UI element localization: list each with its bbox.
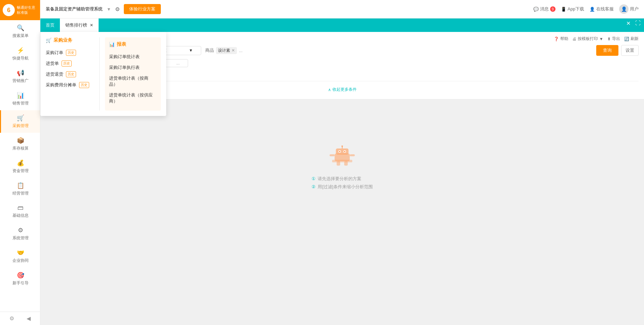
user-avatar[interactable]: 👤 用户 [619,4,639,14]
sidebar-item-inventory[interactable]: 📦 库存核算 [0,133,40,155]
marketing-icon: 📢 [17,69,24,77]
dropdown-menu: 🛒 采购业务 采购订单 历史 进货单 历史 进货退货 历史 采购费用分摊单 历史… [40,32,166,116]
header-right: 💬 消息 9 📱 App下载 👤 在线客服 👤 用户 [533,4,639,14]
goods-tag-close[interactable]: ✕ [231,48,235,53]
logo-text: 畅通好生意 标准版 [17,5,35,15]
salesperson-more[interactable]: ... [176,61,180,66]
refresh-button[interactable]: 🔄 刷新 [624,36,639,42]
collapse-button[interactable]: ∧ 收起更多条件 [328,87,357,92]
report-menu-title: 📊 报表 [109,41,157,47]
menu-item-return[interactable]: 进货退货 历史 [46,69,94,80]
purchase-menu-title: 🛒 采购业务 [46,37,94,43]
sidebar-bottom: ⚙ ◀ [0,312,40,325]
basic-info-icon: 🗃 [17,204,24,211]
tab-close-icon[interactable]: ✕ [90,23,93,28]
sidebar-settings-button[interactable]: ⚙ [9,315,14,322]
tab-sales-ranking[interactable]: 销售排行榜 ✕ [60,18,99,32]
svg-point-6 [344,151,346,152]
select-dropdown-icon: ▼ [189,48,193,53]
placeholder-image [327,144,357,172]
sidebar-item-guide[interactable]: 🎯 新手引导 [0,268,40,290]
search-icon: 🔍 [17,24,24,32]
history-badge-0: 历史 [66,50,76,56]
refresh-icon: 🔄 [624,37,629,41]
purchase-menu-icon: 🛒 [46,38,51,43]
history-badge-2: 历史 [66,71,76,77]
messages-button[interactable]: 💬 消息 9 [533,6,556,12]
header: 装备及固定资产辅助管理系统 ▼ ⚙ 体验行业方案 💬 消息 9 📱 App下载 … [40,0,644,18]
goods-filter: 商品 设计素 ✕ ... [205,47,243,54]
goods-more-button[interactable]: ... [239,48,243,53]
sidebar-item-quick-nav[interactable]: ⚡ 快捷导航 [0,43,40,65]
svg-rect-1 [335,153,350,161]
menu-item-purchase-order-exec[interactable]: 采购订单执行表 [109,62,157,73]
app-download-button[interactable]: 📱 App下载 [561,6,584,12]
tab-home[interactable]: 首页 [40,18,60,32]
query-button[interactable]: 查询 [596,45,618,56]
header-gear-icon[interactable]: ⚙ [115,6,120,12]
quick-nav-icon: ⚡ [17,47,24,54]
sidebar-collapse-button[interactable]: ◀ [27,315,31,322]
settings-button[interactable]: 设置 [621,45,639,56]
content-placeholder: ① 请先选择要分析的方案 ② 用[过滤]条件来缩小分析范围 [40,99,644,234]
collapse-icon: ∧ [328,87,331,92]
menu-item-expense[interactable]: 采购费用分摊单 历史 [46,80,94,90]
print-icon: 🖨 [572,37,576,41]
menu-item-inbound-stats-goods[interactable]: 进货单统计表（按商品） [109,73,157,90]
svg-point-5 [339,151,341,152]
svg-rect-10 [350,154,355,156]
menu-item-inbound[interactable]: 进货单 历史 [46,58,94,69]
message-badge: 9 [550,6,556,12]
inventory-icon: 📦 [17,137,24,144]
menu-item-purchase-order[interactable]: 采购订单 历史 [46,47,94,58]
finance-icon: 💰 [17,159,24,167]
report-menu-section: 📊 报表 采购订单统计表 采购订单执行表 进货单统计表（按商品） 进货单统计表（… [105,37,161,111]
tab-window-close-icon[interactable]: ✕ [626,20,631,27]
action-buttons: 查询 设置 [596,45,639,56]
print-template-button[interactable]: 🖨 按模板打印 ▼ [572,36,603,42]
system-icon: ⚙ [18,227,23,234]
tab-expand-icon[interactable]: ⛶ [635,20,641,26]
export-button[interactable]: ⬆ 导出 [607,36,620,42]
online-service-button[interactable]: 👤 在线客服 [589,6,614,12]
avatar-icon: 👤 [619,4,629,14]
svg-rect-9 [330,154,335,156]
sidebar-item-system[interactable]: ⚙ 系统管理 [0,222,40,245]
svg-rect-2 [336,148,349,154]
sidebar-item-purchase[interactable]: 🛒 采购管理 [0,110,40,133]
print-dropdown-icon: ▼ [599,37,603,41]
purchase-icon: 🛒 [17,114,24,122]
sidebar-item-basic-info[interactable]: 🗃 基础信息 [0,200,40,222]
industry-btn[interactable]: 体验行业方案 [124,4,161,14]
header-title: 装备及固定资产辅助管理系统 [46,6,103,12]
sales-icon: 📊 [17,92,24,99]
menu-item-purchase-order-stats[interactable]: 采购订单统计表 [109,51,157,62]
sidebar-item-enterprise[interactable]: 🤝 企业协同 [0,245,40,268]
help-icon: ❓ [554,37,559,41]
history-badge-3: 历史 [79,82,89,88]
goods-tag: 设计素 ✕ [216,47,237,54]
sidebar-item-sales[interactable]: 📊 销售管理 [0,88,40,110]
svg-rect-11 [337,161,341,166]
export-icon: ⬆ [607,37,611,41]
menu-item-inbound-stats-supplier[interactable]: 进货单统计表（按供应商） [109,90,157,107]
sidebar-item-finance[interactable]: 💰 资金管理 [0,155,40,178]
tabbar: 首页 销售排行榜 ✕ ✕ ⛶ [40,18,644,32]
operations-icon: 📋 [17,182,24,189]
enterprise-icon: 🤝 [17,249,24,256]
message-icon: 💬 [533,7,539,12]
header-dropdown-icon[interactable]: ▼ [107,7,111,12]
help-button[interactable]: ❓ 帮助 [554,36,568,42]
history-badge-1: 历史 [62,60,72,67]
goods-label: 商品 [205,47,214,53]
guide-icon: 🎯 [17,272,24,279]
sidebar-item-operations[interactable]: 📋 经营管理 [0,178,40,200]
mobile-icon: 📱 [561,7,566,12]
sidebar: 6 畅通好生意 标准版 🔍 搜索菜单 ⚡ 快捷导航 📢 营销推广 📊 销售管理 … [0,0,40,325]
placeholder-tip2: ② 用[过滤]条件来缩小分析范围 [312,184,372,190]
logo-icon: 6 [3,4,15,16]
sidebar-item-marketing[interactable]: 📢 营销推广 [0,65,40,88]
placeholder-tips: ① 请先选择要分析的方案 ② 用[过滤]条件来缩小分析范围 [312,176,372,190]
sidebar-item-search[interactable]: 🔍 搜索菜单 [0,20,40,43]
menu-divider [99,37,100,111]
